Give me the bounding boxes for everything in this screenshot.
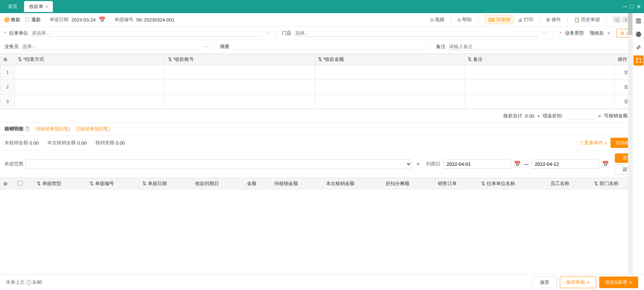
no-value: SK-20230324-001 [136, 17, 175, 23]
staff-more-btn[interactable]: ··· [203, 43, 208, 50]
scrollbar[interactable] [628, 13, 632, 274]
range-dropdown-icon[interactable]: ▼ [416, 161, 420, 167]
bt-dropdown-icon[interactable]: ▼ [607, 31, 610, 35]
store-input[interactable] [294, 30, 539, 37]
verify-info-icon[interactable]: ? [25, 126, 30, 132]
vcol-no[interactable]: ⇅ 单据编号 [86, 178, 139, 189]
save-new-button[interactable]: 保存&新增 ∧ [599, 277, 638, 288]
partner-input[interactable] [30, 30, 262, 37]
print-btn[interactable]: 🖨 打印 [518, 16, 533, 23]
vcol-partner[interactable]: ⇅ 往来单位名称 [478, 178, 547, 189]
partner-more-btn[interactable]: ··· [265, 30, 270, 36]
row-2-amount-input[interactable] [315, 80, 465, 94]
vcol-due-date: 收款到期日 [192, 178, 244, 189]
history-label: 历史单据 [581, 16, 600, 23]
sidebar-table-icon[interactable] [633, 16, 644, 26]
date-to-calendar-icon[interactable]: 📅 [602, 161, 609, 167]
verify-tab-completed[interactable]: 已核销单据(0笔) [76, 126, 110, 132]
date-from-input[interactable] [443, 160, 511, 169]
history-btn[interactable]: 📋 历史单据 [574, 16, 600, 23]
verify-tab-completed-label: 已核销单据(0笔) [76, 126, 110, 132]
date-from-calendar-icon[interactable]: 📅 [514, 161, 521, 167]
sep2: | [478, 17, 479, 23]
row-3-account-input[interactable] [165, 94, 315, 109]
row-2-account-input[interactable] [165, 80, 315, 94]
operation-btn[interactable]: ⚙ 操作 [546, 16, 561, 23]
row-3-amount-input[interactable] [315, 94, 465, 109]
row-2-settle [15, 80, 165, 94]
save-draft-button[interactable]: 保存草稿 ∧ [560, 277, 596, 288]
summary-label: 摘要 [220, 43, 229, 50]
sidebar-print-icon[interactable] [633, 29, 644, 39]
range-select[interactable] [25, 159, 412, 169]
row-1-account-input[interactable] [165, 65, 315, 79]
bt-label: 业务类型 [565, 30, 584, 36]
right-sidebar [632, 13, 644, 290]
notes-input[interactable] [448, 43, 640, 50]
sidebar-link-icon[interactable] [633, 42, 644, 52]
radio-receipt[interactable]: 收款 [4, 16, 20, 23]
staff-input[interactable] [21, 43, 200, 50]
layout-icon-1[interactable]: ◁ [613, 16, 621, 23]
radio-receipt-label: 收款 [11, 16, 20, 23]
vcol-type[interactable]: ⇅ 单据类型 [34, 178, 87, 189]
window-minimize-icon[interactable]: ─ [623, 3, 627, 10]
discount-input[interactable] [566, 112, 595, 119]
bt-required: * [559, 31, 561, 36]
stat-current: 本次核销金额 0.00 [47, 140, 86, 146]
window-maximize-icon[interactable]: □ [630, 3, 633, 10]
vcol-select-all[interactable] [18, 181, 23, 185]
svg-rect-0 [636, 19, 641, 20]
form-row-2: 业务员 ··· 摘要 备注 [0, 40, 644, 54]
scroll-thumb[interactable] [628, 13, 632, 35]
row-3-settle-input[interactable] [15, 94, 165, 109]
vcol-checkbox [15, 178, 34, 189]
abandon-button[interactable]: 放弃 [532, 277, 557, 288]
help-btn[interactable]: ⊙ 帮助 [457, 16, 472, 23]
shortcut-btn[interactable]: ⌨ 快捷键 [485, 15, 514, 24]
diff-value: 0.00 [116, 140, 125, 146]
sidebar-expand-icon[interactable] [633, 55, 644, 66]
row-2-settle-input[interactable] [15, 80, 165, 94]
save-draft-arrow: ∧ [586, 279, 590, 285]
table-gear-header[interactable]: ⚙ [0, 54, 15, 65]
tab-close-icon[interactable]: × [46, 4, 48, 9]
row-num-3: 3 [0, 94, 15, 109]
row-1-notes-input[interactable] [465, 65, 614, 79]
tab-receipt[interactable]: 收款单 × [24, 1, 53, 12]
col-amount-label: *收款金额 [323, 56, 344, 62]
help-label: 帮助 [462, 16, 472, 23]
unchecked-value: 0.00 [30, 140, 39, 146]
row-num-2: 2 [0, 80, 15, 94]
business-type-field: * 业务类型 预收款 ▼ [559, 30, 610, 36]
bottom-bar: 本单上欠 ? 0.00 放弃 保存草稿 ∧ 保存&新增 ∧ [0, 274, 644, 290]
row-3-notes-input[interactable] [465, 94, 614, 109]
video-icon: ⊙ [430, 17, 434, 23]
window-close-icon[interactable]: ✕ [636, 3, 641, 10]
store-more-btn[interactable]: ··· [543, 30, 547, 36]
col-account-label: *收款账号 [173, 56, 194, 62]
tab-home[interactable]: 首页 [3, 1, 23, 12]
video-btn[interactable]: ⊙ 视频 [430, 16, 444, 23]
row-1-settle-input[interactable] [15, 65, 165, 79]
date-calendar-icon[interactable]: 📅 [99, 16, 106, 23]
radio-refund[interactable]: 退款 [25, 16, 41, 23]
equals-sign: = [598, 113, 601, 119]
more-conditions-btn[interactable]: ▽ 更多条件 ∧ [580, 140, 608, 146]
table-row: 1 🗑 ⧉ [0, 65, 644, 80]
verify-tab-pending[interactable]: 待核销单据(0笔) [36, 126, 70, 132]
vcol-date[interactable]: ⇅ 单据日期 [139, 178, 192, 189]
row-3-amount [315, 94, 465, 109]
row-2-notes-input[interactable] [465, 80, 614, 94]
summary-input[interactable] [232, 43, 424, 50]
date-to-input[interactable] [531, 160, 599, 169]
vtable-gear-header[interactable]: ⚙ [0, 178, 15, 189]
col-settle-method: ⇅ *结算方式 [15, 54, 165, 65]
bottom-info-icon[interactable]: ? [26, 280, 31, 285]
print-label: 打印 [524, 16, 533, 23]
bottom-info-value: 0.00 [33, 279, 42, 285]
row-1-amount-input[interactable] [315, 65, 465, 79]
shortcut-label: 快捷键 [496, 16, 510, 23]
toolbar-row: 收款 退款 单据日期 2023-03-24 📅 单据编号 SK-20230324… [0, 13, 644, 27]
divider-1 [276, 29, 276, 38]
